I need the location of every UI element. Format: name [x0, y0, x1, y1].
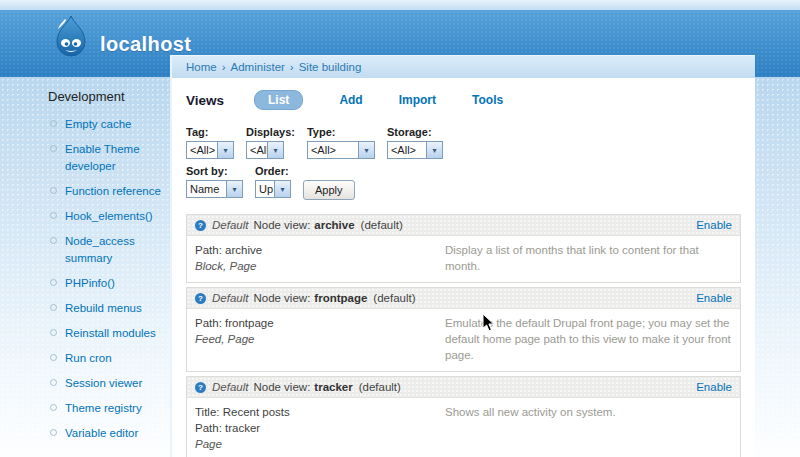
- circle-bullet-icon: [50, 212, 57, 219]
- tab-import[interactable]: Import: [399, 93, 436, 107]
- sidebar-item-run-cron: Run cron: [48, 350, 179, 367]
- circle-bullet-icon: [50, 187, 57, 194]
- circle-bullet-icon: [50, 279, 57, 286]
- view-row-frontpage: ? Default Node view: frontpage (default)…: [186, 287, 741, 372]
- view-title: Title: Recent posts: [195, 404, 435, 420]
- filter-label: Displays:: [246, 126, 295, 138]
- view-kind: Node view:: [253, 219, 310, 231]
- chevron-down-icon[interactable]: ▾: [426, 142, 442, 158]
- apply-button[interactable]: Apply: [303, 180, 355, 200]
- sidebar-link[interactable]: PHPinfo(): [65, 277, 115, 289]
- view-row-header: ? Default Node view: frontpage (default)…: [187, 288, 740, 309]
- selected-value: <All>: [187, 144, 217, 156]
- enable-link[interactable]: Enable: [696, 219, 732, 231]
- circle-bullet-icon: [50, 329, 57, 336]
- sidebar-item-node-access-summary: Node_access summary: [48, 233, 179, 267]
- chevron-down-icon[interactable]: ▾: [358, 142, 374, 158]
- sidebar: Development Empty cache Enable Theme dev…: [0, 77, 170, 457]
- sidebar-link[interactable]: Run cron: [65, 352, 112, 364]
- view-name: archive: [314, 219, 354, 231]
- title-row: Views List Add Import Tools: [186, 90, 741, 110]
- selected-value: <All>: [308, 144, 358, 156]
- tab-tools[interactable]: Tools: [472, 93, 503, 107]
- tag-select[interactable]: <All>▾: [186, 141, 234, 159]
- view-kind: Node view:: [253, 381, 310, 393]
- tabs: List Add Import Tools: [254, 90, 503, 110]
- view-description: Display a list of months that link to co…: [435, 242, 732, 274]
- sidebar-block-title: Development: [48, 89, 170, 104]
- help-icon[interactable]: ?: [195, 220, 206, 231]
- breadcrumb: Home›Administer›Site building: [172, 56, 755, 78]
- view-badge: Default: [212, 292, 248, 304]
- type-select[interactable]: <All>▾: [307, 141, 375, 159]
- view-badge: Default: [212, 219, 248, 231]
- selected-value: <All>: [388, 144, 426, 156]
- view-row-body: Title: Recent posts Path: tracker Page S…: [187, 398, 740, 457]
- view-row-archive: ? Default Node view: archive (default) E…: [186, 214, 741, 283]
- filter-label: Storage:: [387, 126, 443, 138]
- sidebar-item-enable-theme-developer: Enable Theme developer: [48, 141, 179, 175]
- filter-row-1: Tag: <All>▾ Displays: <All>▾ Type: <All>…: [186, 126, 741, 159]
- circle-bullet-icon: [50, 304, 57, 311]
- storage-select[interactable]: <All>▾: [387, 141, 443, 159]
- circle-bullet-icon: [50, 404, 57, 411]
- page-title: Views: [186, 93, 224, 108]
- circle-bullet-icon: [50, 354, 57, 361]
- drupal-admin-screen: localhost Development Empty cache Enable…: [0, 0, 800, 457]
- sidebar-link[interactable]: Session viewer: [65, 377, 142, 389]
- druplicon-logo-icon[interactable]: [52, 15, 90, 61]
- filter-label: Type:: [307, 126, 375, 138]
- breadcrumb-link-administer[interactable]: Administer: [231, 61, 285, 73]
- chevron-down-icon[interactable]: ▾: [267, 142, 283, 158]
- view-kind: Node view:: [253, 292, 310, 304]
- tab-list[interactable]: List: [254, 90, 303, 110]
- displays-select[interactable]: <All>▾: [246, 141, 284, 159]
- sidebar-item-empty-cache: Empty cache: [48, 116, 179, 133]
- content-panel: Home›Administer›Site building Views List…: [170, 55, 755, 457]
- filter-sort-by: Sort by: Name▾: [186, 165, 243, 198]
- sidebar-link[interactable]: Variable editor: [65, 427, 138, 439]
- site-name[interactable]: localhost: [100, 33, 191, 56]
- filters: Tag: <All>▾ Displays: <All>▾ Type: <All>…: [186, 126, 741, 200]
- breadcrumb-separator: ›: [222, 61, 226, 73]
- sidebar-link[interactable]: Rebuild menus: [65, 302, 142, 314]
- sidebar-item-hook-elements: Hook_elements(): [48, 208, 179, 225]
- sidebar-link[interactable]: Enable Theme developer: [65, 143, 140, 172]
- sort-by-select[interactable]: Name▾: [186, 180, 243, 198]
- view-name: frontpage: [314, 292, 367, 304]
- help-icon[interactable]: ?: [195, 382, 206, 393]
- sidebar-item-theme-registry: Theme registry: [48, 400, 179, 417]
- view-details: Path: archive Block, Page: [195, 242, 435, 274]
- order-select[interactable]: Up▾: [255, 180, 291, 198]
- sidebar-link[interactable]: Reinstall modules: [65, 327, 156, 339]
- circle-bullet-icon: [50, 429, 57, 436]
- sidebar-link[interactable]: Empty cache: [65, 118, 131, 130]
- breadcrumb-link-home[interactable]: Home: [186, 61, 217, 73]
- sidebar-item-rebuild-menus: Rebuild menus: [48, 300, 179, 317]
- sidebar-item-session-viewer: Session viewer: [48, 375, 179, 392]
- help-icon[interactable]: ?: [195, 293, 206, 304]
- view-description: Shows all new activity on system.: [435, 404, 732, 452]
- filter-row-2: Sort by: Name▾ Order: Up▾ Apply: [186, 165, 741, 200]
- sidebar-link[interactable]: Hook_elements(): [65, 210, 153, 222]
- filter-label: Tag:: [186, 126, 234, 138]
- enable-link[interactable]: Enable: [696, 292, 732, 304]
- breadcrumb-link-site-building[interactable]: Site building: [299, 61, 362, 73]
- enable-link[interactable]: Enable: [696, 381, 732, 393]
- breadcrumb-separator: ›: [290, 61, 294, 73]
- mouse-cursor: [482, 313, 494, 332]
- chevron-down-icon[interactable]: ▾: [217, 142, 233, 158]
- sidebar-link[interactable]: Function reference: [65, 185, 161, 197]
- view-status: (default): [361, 219, 403, 231]
- tab-add[interactable]: Add: [339, 93, 362, 107]
- sidebar-link[interactable]: Theme registry: [65, 402, 142, 414]
- circle-bullet-icon: [50, 145, 57, 152]
- chevron-down-icon[interactable]: ▾: [226, 181, 242, 197]
- view-display-types: Page: [195, 436, 435, 452]
- filter-order: Order: Up▾: [255, 165, 291, 198]
- view-details: Title: Recent posts Path: tracker Page: [195, 404, 435, 452]
- content-inner: Views List Add Import Tools Tag: <All>▾ …: [172, 78, 755, 457]
- sidebar-link[interactable]: Node_access summary: [65, 235, 135, 264]
- chevron-down-icon[interactable]: ▾: [274, 181, 290, 197]
- filter-storage: Storage: <All>▾: [387, 126, 443, 159]
